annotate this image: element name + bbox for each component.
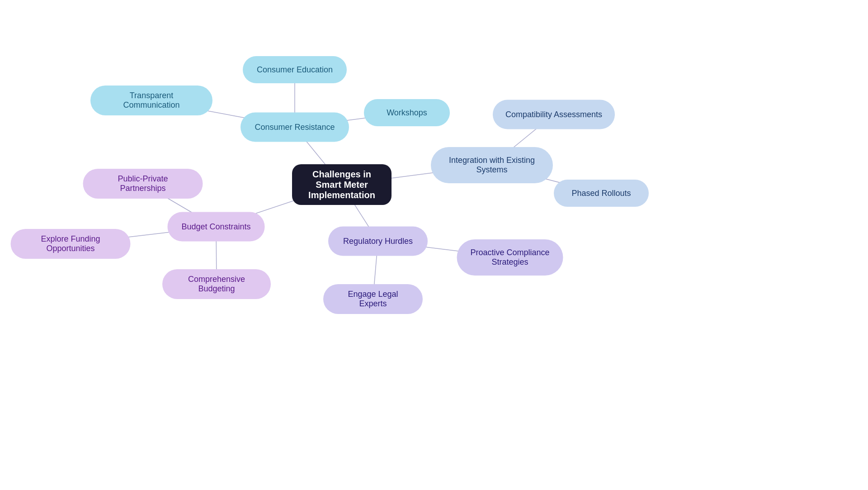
node-regulatory-hurdles[interactable]: Regulatory Hurdles	[328, 227, 428, 256]
center-node[interactable]: Challenges in Smart Meter Implementation	[292, 164, 392, 205]
node-integration[interactable]: Integration with Existing Systems	[431, 147, 553, 183]
node-compatibility[interactable]: Compatibility Assessments	[493, 100, 615, 129]
node-comprehensive-budgeting[interactable]: Comprehensive Budgeting	[162, 269, 271, 299]
node-public-private[interactable]: Public-Private Partnerships	[83, 169, 203, 199]
node-explore-funding[interactable]: Explore Funding Opportunities	[11, 229, 131, 259]
node-proactive-compliance[interactable]: Proactive Compliance Strategies	[457, 239, 563, 276]
node-budget-constraints[interactable]: Budget Constraints	[168, 212, 265, 242]
node-consumer-education[interactable]: Consumer Education	[243, 56, 347, 83]
mindmap-container: Challenges in Smart Meter Implementation…	[0, 0, 868, 490]
node-engage-legal[interactable]: Engage Legal Experts	[323, 284, 423, 314]
node-consumer-resistance[interactable]: Consumer Resistance	[241, 113, 349, 142]
node-workshops[interactable]: Workshops	[364, 99, 450, 126]
node-transparent-communication[interactable]: Transparent Communication	[90, 86, 212, 115]
node-phased-rollouts[interactable]: Phased Rollouts	[554, 180, 649, 207]
